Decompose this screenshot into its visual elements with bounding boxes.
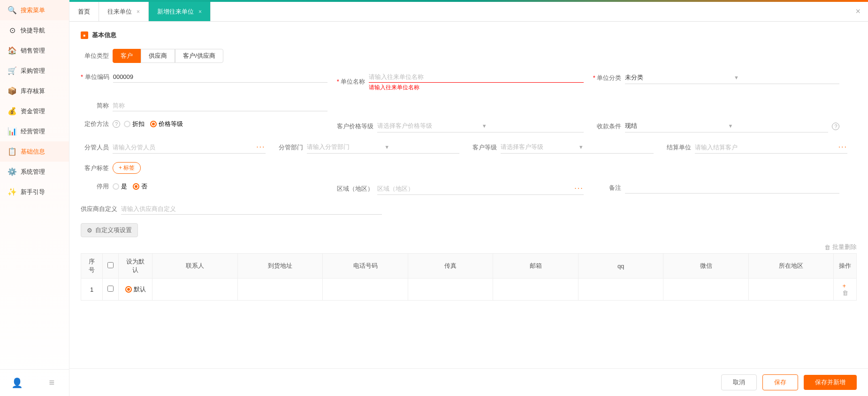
radio-no-circle	[133, 183, 139, 190]
user-button[interactable]: 👤	[0, 373, 35, 392]
tab-new-partner[interactable]: 新增往来单位 ×	[149, 2, 211, 21]
tab-new-partner-close[interactable]: ×	[198, 8, 202, 15]
section-title: 基本信息	[81, 31, 857, 39]
row-checkbox[interactable]	[107, 286, 114, 292]
sidebar-item-finance[interactable]: 💰 资金管理	[0, 101, 69, 121]
contact-input[interactable]	[157, 286, 233, 293]
btn-supplier[interactable]: 供应商	[141, 49, 175, 63]
disabled-row: 停用 是 否 区域（地区）	[81, 182, 857, 195]
cell-fax[interactable]	[408, 279, 493, 301]
tab-partners-close[interactable]: ×	[137, 8, 140, 15]
cell-region[interactable]	[748, 279, 834, 301]
phone-input[interactable]	[327, 286, 403, 293]
add-row-icon[interactable]: +	[842, 282, 846, 289]
cell-wechat[interactable]	[663, 279, 749, 301]
add-tag-button[interactable]: + 标签	[113, 162, 141, 174]
unit-category-select[interactable]: 未分类 ▼	[625, 71, 839, 84]
fax-input[interactable]	[413, 286, 488, 293]
btn-customer[interactable]: 客户	[113, 49, 141, 63]
batch-delete-label[interactable]: 批量删除	[832, 243, 857, 251]
chevron-down-icon: ▼	[734, 75, 840, 80]
table-region-input[interactable]	[754, 286, 829, 293]
shop-icon: 🏠	[8, 46, 17, 55]
tab-partners[interactable]: 往来单位 ×	[99, 2, 149, 21]
cell-email[interactable]	[493, 279, 579, 301]
btn-both[interactable]: 客户/供应商	[175, 49, 223, 63]
form-footer: 取消 保存 保存并新增	[69, 368, 868, 396]
save-button[interactable]: 保存	[762, 374, 798, 390]
customer-tag-field: 客户标签 + 标签	[81, 162, 337, 174]
remark-input[interactable]	[625, 182, 840, 194]
sidebar-item-purchase[interactable]: 🛒 采购管理	[0, 61, 69, 81]
region-input[interactable]	[377, 185, 572, 192]
sidebar-item-basic[interactable]: 📋 基础信息	[0, 141, 69, 162]
region-more-icon[interactable]: ···	[574, 184, 583, 193]
th-qq: qq	[578, 254, 663, 279]
address-input[interactable]	[243, 286, 318, 293]
sidebar-item-label: 资金管理	[21, 107, 45, 116]
payment-terms-select[interactable]: 现结 ▼	[625, 120, 829, 132]
cell-action: + 🗑	[834, 279, 857, 301]
sidebar-item-label: 采购管理	[21, 67, 45, 75]
sidebar-footer: 👤 ≡	[0, 369, 69, 396]
gear-icon: ⚙️	[8, 167, 17, 176]
sidebar-item-sales[interactable]: 🏠 销售管理	[0, 40, 69, 61]
cell-default: 默认	[119, 279, 152, 301]
disabled-field: 停用 是 否	[81, 182, 337, 191]
batch-delete-row: 🗑 批量删除	[81, 243, 857, 251]
sidebar-item-inventory[interactable]: 📦 库存核算	[0, 81, 69, 101]
manager-input[interactable]	[113, 144, 254, 151]
radio-yes[interactable]: 是	[113, 182, 127, 191]
short-name-input[interactable]	[113, 100, 327, 111]
cell-address[interactable]	[237, 279, 323, 301]
sidebar: 🔍 搜索菜单 ⊙ 快捷导航 🏠 销售管理 🛒 采购管理 📦 库存核算 💰 资金管…	[0, 0, 69, 396]
search-icon: 🔍	[8, 6, 17, 15]
settlement-more-icon[interactable]: ···	[838, 143, 847, 151]
pricing-help-icon[interactable]: ?	[113, 120, 120, 128]
cell-contact[interactable]	[152, 279, 238, 301]
menu-button[interactable]: ≡	[35, 373, 69, 392]
select-all-checkbox[interactable]	[107, 262, 114, 268]
payment-terms-label: 收款条件	[593, 122, 621, 131]
cell-phone[interactable]	[323, 279, 408, 301]
qq-input[interactable]	[583, 286, 659, 293]
batch-delete-icon: 🗑	[824, 244, 830, 251]
supplier-custom-row: 供应商自定义	[81, 203, 857, 215]
tab-bar-close[interactable]: ×	[848, 7, 868, 16]
settlement-unit-field: 结算单位 ···	[663, 141, 857, 154]
row-default-circle	[125, 286, 132, 293]
radio-price-level[interactable]: 价格等级	[150, 120, 183, 128]
settlement-unit-input[interactable]	[695, 144, 837, 151]
radio-no[interactable]: 否	[133, 182, 147, 191]
sidebar-item-system[interactable]: ⚙️ 系统管理	[0, 162, 69, 182]
manager-row: 分管人员 ··· 分管部门 请输入分管部门 ▼ 客户等级	[81, 141, 857, 154]
manager-more-icon[interactable]: ···	[256, 143, 265, 151]
department-select[interactable]: 请输入分管部门 ▼	[307, 141, 460, 154]
th-wechat: 微信	[663, 254, 749, 279]
sidebar-item-guide[interactable]: ✨ 新手引导	[0, 182, 69, 202]
region-field: 区域（地区） ···	[337, 182, 593, 195]
unit-code-input[interactable]	[113, 71, 327, 83]
sidebar-item-operations[interactable]: 📊 经营管理	[0, 121, 69, 141]
row-default-radio[interactable]: 默认	[123, 285, 147, 294]
customer-price-level-select[interactable]: 请选择客户价格等级 ▼	[377, 120, 584, 132]
unit-name-input[interactable]	[369, 71, 583, 83]
cell-qq[interactable]	[578, 279, 663, 301]
custom-settings-button[interactable]: ⚙ 自定义项设置	[81, 223, 138, 237]
radio-discount[interactable]: 折扣	[124, 120, 145, 128]
delete-row-icon[interactable]: 🗑	[842, 289, 848, 296]
save-new-button[interactable]: 保存并新增	[804, 375, 857, 390]
tab-home[interactable]: 首页	[69, 2, 99, 21]
box-icon: 📦	[8, 86, 17, 95]
money-icon: 💰	[8, 107, 17, 116]
payment-help-icon[interactable]: ?	[832, 123, 839, 130]
supplier-custom-input[interactable]	[121, 203, 382, 215]
sidebar-item-quicknav[interactable]: ⊙ 快捷导航	[0, 20, 69, 40]
customer-level-select[interactable]: 请选择客户等级 ▼	[501, 141, 654, 154]
customer-level-label: 客户等级	[469, 143, 497, 152]
cancel-button[interactable]: 取消	[721, 374, 757, 390]
th-fax: 传真	[408, 254, 493, 279]
sidebar-item-search[interactable]: 🔍 搜索菜单	[0, 0, 69, 20]
wechat-input[interactable]	[668, 286, 744, 293]
email-input[interactable]	[498, 286, 573, 293]
